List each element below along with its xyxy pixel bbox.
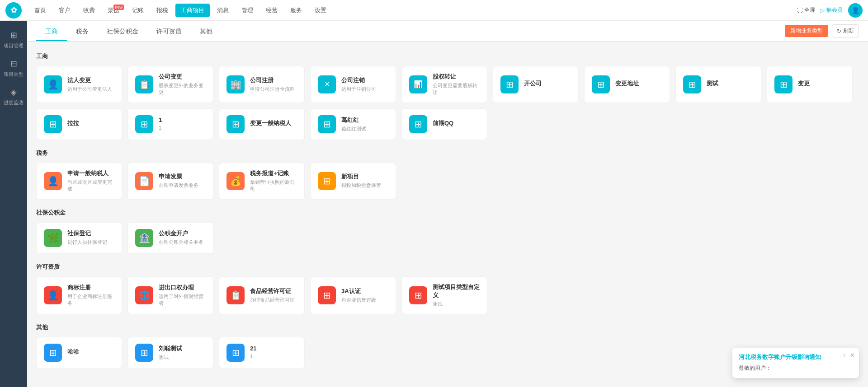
card-faren[interactable]: 👤 法人变更 适用于公司变更法人 [36, 66, 122, 103]
section-title-gongshang: 工商 [36, 52, 859, 61]
tab-xuke[interactable]: 许可资质 [147, 23, 191, 41]
fapiao-icon: 📄 [135, 172, 153, 190]
card-jinchukou[interactable]: 🌐 进出口权办理 适用于对外贸易经营者 [127, 276, 213, 314]
section-title-shebao: 社保公积金 [36, 209, 859, 217]
nav-service[interactable]: 服务 [285, 4, 307, 17]
section-title-xuke: 许可资质 [36, 263, 859, 271]
nav-tax[interactable]: 报税 [151, 4, 174, 17]
3a-icon: ⊞ [318, 286, 336, 304]
card-biangengdizhi[interactable]: ⊞ 变更地址 [584, 66, 670, 103]
main-content: 工商 税务 社保公积金 许可资质 其他 新增业务类型 ↻ 刷新 工商 👤 法人变… [27, 21, 868, 387]
card-ceshi[interactable]: ⊞ 测试 [675, 66, 761, 103]
nav-message[interactable]: 消息 [212, 4, 234, 17]
fullscreen-button[interactable]: ⛶ 全屏 [797, 6, 815, 14]
card-shipin[interactable]: 📋 食品经营许可证 办理食品经营许可证 [219, 276, 305, 314]
notification-text: 尊敬的用户： [739, 364, 853, 373]
card-gongjijin[interactable]: 🏦 公积金开户 办理公积金相关业务 [127, 222, 213, 254]
nav-industry[interactable]: 工商项目 [175, 4, 210, 17]
card-zhuce[interactable]: 🏢 公司注册 申请公司注册全流程 [219, 66, 305, 103]
biangeng-icon: ⊞ [774, 75, 793, 93]
haha-icon: ⊞ [44, 344, 62, 362]
tab-shuiwu[interactable]: 税务 [67, 23, 98, 41]
nav-customer[interactable]: 客户 [53, 4, 76, 17]
tab-shebao[interactable]: 社保公积金 [98, 23, 147, 41]
refresh-button[interactable]: ↻ 刷新 [832, 24, 859, 37]
jinchukou-icon: 🌐 [135, 286, 153, 304]
gongjijin-icon: 🏦 [135, 229, 153, 247]
card-zhuxiao[interactable]: ✕ 公司注销 适用于注销公司 [310, 66, 396, 103]
card-21[interactable]: ⊞ 21 1 [219, 337, 305, 368]
tab-actions: 新增业务类型 ↻ 刷新 [785, 24, 859, 41]
sidebar-item-project-manage[interactable]: ⊞ 项目管理 [0, 25, 27, 54]
one-icon: ⊞ [135, 115, 153, 133]
card-fapiao[interactable]: 📄 申请发票 办理申请发票业务 [127, 163, 213, 200]
nav-items: 首页 客户 收费 票据 new 记账 报税 工商项目 消息 管理 经营 服务 设… [29, 4, 797, 17]
notification-prev[interactable]: ‹ [843, 351, 845, 359]
notification-close-button[interactable]: × [850, 351, 854, 359]
card-lala[interactable]: ⊞ 拉拉 [36, 108, 122, 140]
shipin-icon: 📋 [226, 286, 245, 304]
shangbiao-icon: 👤 [44, 286, 62, 304]
card-biangeng[interactable]: ⊞ 变更 [767, 66, 853, 103]
card-gehs[interactable]: ⊞ 葛红红 葛红红测试 [310, 108, 396, 140]
nav-home[interactable]: 首页 [29, 4, 52, 17]
baodao-icon: 💰 [226, 172, 245, 190]
notification-popup: ‹ × 河北税务数字账户升级影响通知 尊敬的用户： [732, 348, 859, 378]
yibannashuiren-icon: 👤 [44, 172, 62, 190]
guquan-icon: 📊 [409, 75, 427, 93]
project-type-icon: ⊟ [8, 58, 19, 69]
card-shebao-dengji[interactable]: 🌿 社保登记 进行人员社保登记 [36, 222, 122, 254]
nav-right: ⛶ 全屏 ▷ 畅会员 👤 [797, 3, 863, 18]
card-shangbiao[interactable]: 👤 商标注册 用于企业商标注册服务 [36, 276, 122, 314]
sidebar: ⊞ 项目管理 ⊟ 项目类型 ◈ 进度监测 [0, 21, 27, 387]
nav-operate[interactable]: 经营 [260, 4, 283, 17]
nav-ticket[interactable]: 票据 new [102, 4, 125, 17]
ceshi-icon: ⊞ [683, 75, 701, 93]
ceshileixing-icon: ⊞ [409, 286, 427, 304]
card-liucong[interactable]: ⊞ 刘聪测试 测试 [127, 337, 213, 368]
section-title-qita: 其他 [36, 323, 859, 331]
card-qqq[interactable]: ⊞ 前期QQ [401, 108, 487, 140]
avatar[interactable]: 👤 [848, 3, 863, 18]
card-baodao[interactable]: 💰 税务报道+记账 拿到营业执照的新公司 [219, 163, 305, 200]
card-gongsibiangeng[interactable]: 📋 公司变更 股权变更外的业务变更 [127, 66, 213, 103]
tab-qita[interactable]: 其他 [191, 23, 222, 41]
sidebar-item-project-type[interactable]: ⊟ 项目类型 [0, 54, 27, 82]
card-one[interactable]: ⊞ 1 1 [127, 108, 213, 140]
nav-fee[interactable]: 收费 [78, 4, 100, 17]
biangengdizhi-icon: ⊞ [592, 75, 610, 93]
member-icon: ▷ [821, 7, 825, 14]
tab-gongshang[interactable]: 工商 [36, 23, 67, 41]
qqq-icon: ⊞ [409, 115, 427, 133]
card-xinxiangmu[interactable]: ⊞ 新项目 报税加税控盘保管 [310, 163, 396, 200]
card-biangengnas[interactable]: ⊞ 变更一般纳税人 [219, 108, 305, 140]
logo[interactable]: ✿ [5, 2, 22, 19]
card-kaigongsi[interactable]: ⊞ 开公司 [493, 66, 579, 103]
card-yibannashuiren[interactable]: 👤 申请一般纳税人 当月或次月成变更完成 [36, 163, 122, 200]
gongshang-grid: 👤 法人变更 适用于公司变更法人 📋 公司变更 股权变更外的业务变更 🏢 公司注… [36, 66, 859, 140]
card-ceshileixing[interactable]: ⊞ 测试项目类型自定义 测试 [401, 276, 487, 314]
tab-bar: 工商 税务 社保公积金 许可资质 其他 新增业务类型 ↻ 刷新 [27, 21, 868, 42]
lala-icon: ⊞ [44, 115, 62, 133]
refresh-icon: ↻ [837, 28, 841, 34]
gehs-icon: ⊞ [318, 115, 336, 133]
shebao-icon: 🌿 [44, 229, 62, 247]
zhuce-icon: 🏢 [226, 75, 245, 93]
nav-settings[interactable]: 设置 [309, 4, 332, 17]
faren-icon: 👤 [44, 75, 62, 93]
shebao-grid: 🌿 社保登记 进行人员社保登记 🏦 公积金开户 办理公积金相关业务 [36, 222, 859, 254]
sidebar-item-progress[interactable]: ◈ 进度监测 [0, 82, 27, 111]
kaigongsi-icon: ⊞ [500, 75, 519, 93]
zhuxiao-icon: ✕ [318, 75, 336, 93]
card-haha[interactable]: ⊞ 哈哈 [36, 337, 122, 368]
notification-title: 河北税务数字账户升级影响通知 [739, 353, 853, 361]
nav-bookkeep[interactable]: 记账 [127, 4, 149, 17]
nav-manage[interactable]: 管理 [236, 4, 259, 17]
member-button[interactable]: ▷ 畅会员 [821, 6, 843, 14]
new-type-button[interactable]: 新增业务类型 [785, 25, 828, 37]
avatar-icon: 👤 [852, 7, 859, 14]
card-guquan[interactable]: 📊 股权转让 公司变更需要股权转让 [401, 66, 487, 103]
card-3a[interactable]: ⊞ 3A认证 对企业信誉评级 [310, 276, 396, 314]
content-area: 工商 👤 法人变更 适用于公司变更法人 📋 公司变更 股权变更外的业务变更 🏢 [27, 42, 868, 385]
gongsibiangeng-icon: 📋 [135, 75, 153, 93]
